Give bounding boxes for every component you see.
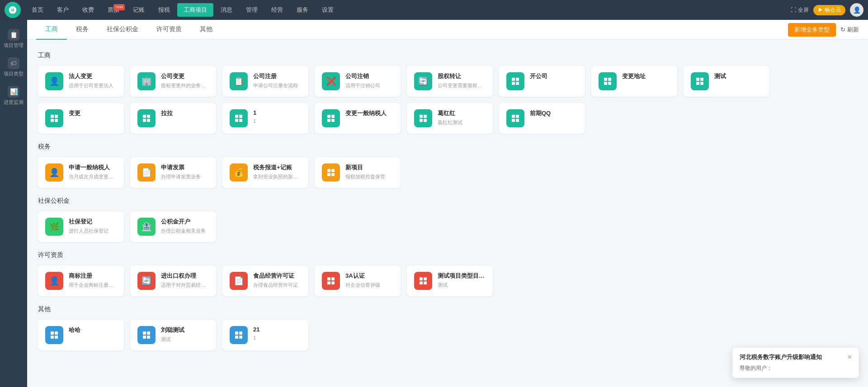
nav-item-客户[interactable]: 客户 (51, 3, 75, 17)
card-gongshang-0[interactable]: 👤 法人变更 适用于公司变更法人 (38, 66, 124, 97)
tab-其他[interactable]: 其他 (191, 20, 222, 40)
card-icon-xuke-2: 📄 (230, 272, 248, 290)
card-qita-0[interactable]: 哈哈 (38, 320, 124, 350)
card-xuke-1[interactable]: 🔄 进出口权办理 适用于对外贸易经营者 (130, 266, 216, 296)
nav-item-服务[interactable]: 服务 (290, 3, 315, 17)
nav-item-首页[interactable]: 首页 (25, 3, 50, 17)
card-title-gongshang-8: 变更 (69, 109, 117, 117)
card-shuiwu-2[interactable]: 💰 税务报道+记账 拿到营业执照的新公司 (222, 157, 308, 188)
card-xuke-3[interactable]: 3A认证 对企业信誉评级 (315, 266, 401, 296)
svg-rect-14 (51, 119, 54, 122)
card-desc-xuke-4: 测试 (438, 282, 486, 289)
card-desc-shuiwu-2: 拿到营业执照的新公司 (253, 173, 301, 180)
svg-rect-57 (239, 331, 242, 335)
nav-item-消息[interactable]: 消息 (214, 3, 239, 17)
card-content-shuiwu-3: 新项目 报税加税控盘保管 (345, 163, 393, 180)
svg-rect-42 (327, 281, 330, 284)
card-xuke-4[interactable]: 测试项目类型目定义 测试 (407, 266, 493, 296)
section-title-shuiwu: 税务 (38, 143, 857, 151)
card-icon-gongshang-12 (414, 109, 432, 127)
nav-item-报税[interactable]: 报税 (152, 3, 176, 17)
card-gongshang-13[interactable]: 前期QQ (499, 103, 585, 134)
card-content-xuke-4: 测试项目类型目定义 测试 (438, 272, 486, 289)
svg-rect-17 (147, 115, 150, 118)
tab-工商[interactable]: 工商 (36, 20, 67, 40)
section-title-qita: 其他 (38, 305, 857, 313)
member-label: 畅会员 (825, 7, 841, 13)
sidebar-icon-1: 🏷 (8, 57, 19, 69)
svg-rect-47 (424, 281, 427, 284)
svg-rect-49 (55, 331, 58, 335)
nav-item-票据[interactable]: 票据new (101, 3, 126, 17)
card-icon-gongshang-8 (45, 109, 63, 127)
user-avatar[interactable]: 👤 (850, 3, 863, 17)
card-gongshang-11[interactable]: 变更一般纳税人 (315, 103, 401, 134)
card-gongshang-9[interactable]: 拉拉 (130, 103, 216, 134)
svg-rect-59 (239, 336, 242, 339)
card-gongshang-3[interactable]: ❌ 公司注销 适用于注销公司 (315, 66, 401, 97)
refresh-button[interactable]: ↻ 刷新 (840, 26, 859, 34)
svg-rect-1 (516, 78, 519, 81)
card-gongshang-2[interactable]: 📋 公司注册 申请公司注册全流程 (222, 66, 308, 97)
card-gongshang-5[interactable]: 开公司 (499, 66, 585, 97)
card-qita-1[interactable]: 刘聪测试 测试 (130, 320, 216, 350)
card-gongshang-8[interactable]: 变更 (38, 103, 124, 134)
card-icon-shuiwu-0: 👤 (45, 163, 63, 182)
card-desc-shuiwu-1: 办理申请发票业务 (161, 173, 209, 180)
card-desc-gongshang-1: 股权变更外的业务变更 (161, 82, 209, 89)
notification-text: 尊敬的用户： (740, 364, 852, 373)
card-title-xuke-2: 食品经营许可证 (253, 272, 301, 280)
card-title-gongshang-9: 拉拉 (161, 109, 209, 117)
card-shebao-0[interactable]: 🌿 社保登记 进行人员社保登记 (38, 211, 124, 242)
notification-popup: 河北税务数字账户升级影响通知 × 尊敬的用户： (732, 348, 859, 378)
card-gongshang-10[interactable]: 1 1 (222, 103, 308, 134)
card-shebao-1[interactable]: 🏦 公积金开户 办理公积金相关业务 (130, 211, 216, 242)
card-qita-2[interactable]: 21 1 (222, 320, 308, 350)
section-gongshang: 工商 👤 法人变更 适用于公司变更法人 🏢 公司变更 股权变更外的业务变更 📋 … (38, 51, 857, 134)
fullscreen-label: 全屏 (798, 6, 809, 14)
card-content-xuke-3: 3A认证 对企业信誉评级 (345, 272, 393, 289)
card-title-gongshang-12: 葛红红 (438, 109, 486, 117)
sidebar-item-0[interactable]: 📋 项目管理 (0, 24, 27, 53)
card-icon-shebao-1: 🏦 (137, 218, 156, 236)
card-gongshang-7[interactable]: 测试 (684, 66, 769, 97)
tab-actions: 新增业务类型 ↻ 刷新 (788, 23, 859, 37)
sidebar-item-2[interactable]: 📊 进度监测 (0, 81, 27, 110)
tab-许可资质[interactable]: 许可资质 (147, 20, 191, 40)
nav-item-工商项目[interactable]: 工商项目 (177, 3, 213, 17)
card-shuiwu-1[interactable]: 📄 申请发票 办理申请发票业务 (130, 157, 216, 188)
card-title-gongshang-13: 前期QQ (530, 109, 578, 117)
sidebar-item-1[interactable]: 🏷 项目类型 (0, 53, 27, 81)
tab-社保公积金[interactable]: 社保公积金 (98, 20, 147, 40)
fullscreen-button[interactable]: ⛶ 全屏 (791, 6, 809, 14)
notification-close-button[interactable]: × (848, 353, 852, 361)
svg-rect-53 (147, 331, 150, 335)
nav-item-记账[interactable]: 记账 (127, 3, 151, 17)
svg-rect-37 (331, 169, 335, 172)
card-gongshang-1[interactable]: 🏢 公司变更 股权变更外的业务变更 (130, 66, 216, 97)
nav-item-收费[interactable]: 收费 (76, 3, 100, 17)
svg-rect-30 (420, 119, 423, 122)
card-content-gongshang-7: 测试 (714, 72, 762, 82)
nav-item-经营[interactable]: 经营 (265, 3, 289, 17)
card-gongshang-12[interactable]: 葛红红 葛红红测试 (407, 103, 493, 134)
card-icon-gongshang-3: ❌ (322, 72, 340, 90)
app-logo[interactable] (5, 2, 21, 18)
card-icon-shebao-0: 🌿 (45, 218, 63, 236)
tab-税务[interactable]: 税务 (67, 20, 98, 40)
svg-rect-51 (55, 336, 58, 339)
card-gongshang-4[interactable]: 🔄 股权转让 公司变更需要股权转让 (407, 66, 493, 97)
section-shuiwu: 税务 👤 申请一般纳税人 当月或次月成变更完成 📄 申请发票 办理申请发票业务 … (38, 143, 857, 188)
nav-item-管理[interactable]: 管理 (240, 3, 264, 17)
member-button[interactable]: ▶ 畅会员 (813, 5, 845, 15)
card-content-gongshang-9: 拉拉 (161, 109, 209, 119)
nav-item-设置[interactable]: 设置 (316, 3, 340, 17)
card-xuke-0[interactable]: 👤 商标注册 用于企业商标注册服务 (38, 266, 124, 296)
card-xuke-2[interactable]: 📄 食品经营许可证 办理食品经营许可证 (222, 266, 308, 296)
card-gongshang-6[interactable]: 变更地址 (591, 66, 677, 97)
card-shuiwu-3[interactable]: 新项目 报税加税控盘保管 (315, 157, 401, 188)
svg-rect-35 (516, 119, 519, 122)
new-type-button[interactable]: 新增业务类型 (788, 23, 836, 37)
svg-rect-12 (51, 115, 54, 118)
card-shuiwu-0[interactable]: 👤 申请一般纳税人 当月或次月成变更完成 (38, 157, 124, 188)
